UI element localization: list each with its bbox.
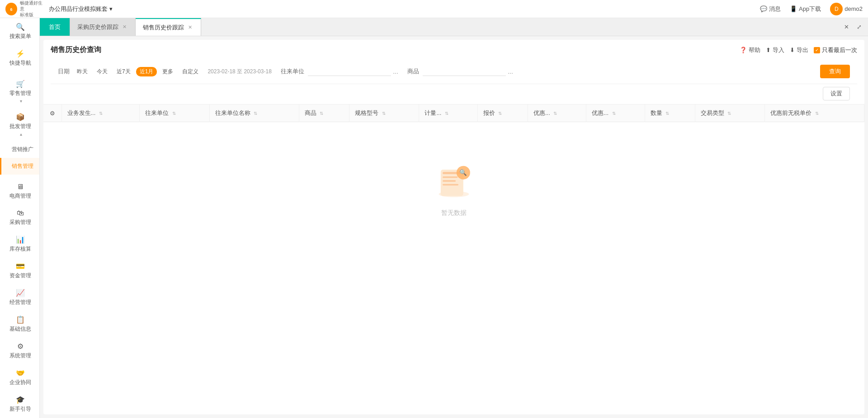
query-button[interactable]: 查询 [820,65,850,78]
date-btn-yesterday[interactable]: 昨天 [73,67,91,76]
page-actions: ❓ 帮助 ⬆ 导入 ⬇ 导出 ✓ 只看最后一次 [740,46,857,54]
table-col-partner-code[interactable]: 往来单位 ⇅ [140,104,210,122]
sort-arrows-partner-code: ⇅ [172,111,176,116]
partner-filter-group: 往来单位 ... [281,67,398,76]
date-btn-more[interactable]: 更多 [159,67,177,76]
table-col-biz-date[interactable]: 业务发生... ⇅ [61,104,140,122]
sort-arrows-quantity: ⇅ [665,111,669,116]
partner-input[interactable] [308,67,391,76]
table-col-discount2[interactable]: 优惠... ⇅ [586,104,645,122]
sidebar-item-purchase-mgmt[interactable]: 🛍 采购管理 [0,204,39,231]
product-ellipsis-btn[interactable]: ... [508,68,513,75]
table-col-unit[interactable]: 计量... ⇅ [419,104,477,122]
tab-sales-history-close[interactable]: ✕ [187,24,193,31]
sidebar-item-enterprise-collab[interactable]: 🤝 企业协同 [0,364,39,391]
sort-arrows-product: ⇅ [320,111,323,116]
date-btn-custom[interactable]: 自定义 [179,67,202,76]
export-btn[interactable]: ⬇ 导出 [790,46,808,54]
org-selector[interactable]: 办公用品行业模拟账套 ▾ [45,3,116,15]
gear-icon: ⚙ [17,342,24,351]
close-tab-btn[interactable]: ✕ [841,22,852,33]
partner-ellipsis-btn[interactable]: ... [393,68,398,75]
table-settings-icon[interactable]: ⚙ [50,110,55,117]
chevron-down-icon: ▾ [109,5,113,12]
import-icon: ⬆ [766,47,771,53]
sort-arrows-biz-date: ⇅ [99,111,103,116]
table-col-price[interactable]: 报价 ⇅ [477,104,528,122]
table-col-trade-type[interactable]: 交易类型 ⇅ [695,104,765,122]
trending-icon: 📈 [16,289,25,297]
table-col-product[interactable]: 商品 ⇅ [299,104,349,122]
sidebar-item-finance-mgmt[interactable]: 💳 资金管理 [0,257,39,284]
sort-arrows-pretax-price: ⇅ [815,111,819,116]
tab-home[interactable]: 首页 [40,18,70,36]
logo-text: 畅捷通好生意 标准版 [20,0,45,18]
sidebar-item-inventory[interactable]: 📊 库存核算 [0,231,39,257]
sidebar-item-quick-nav[interactable]: ⚡ 快捷导航 [0,45,39,71]
tab-sales-history[interactable]: 销售历史价跟踪 ✕ [136,18,201,36]
sidebar-item-new-guide[interactable]: 🎓 新手引导 [0,391,39,418]
sidebar-item-sales-mgmt[interactable]: 销售管理 [0,158,39,175]
handshake-icon: 🤝 [16,369,25,377]
tab-purchase-history[interactable]: 采购历史价跟踪 ✕ [70,18,136,36]
table-col-partner-name[interactable]: 往来单位名称 ⇅ [209,104,299,122]
page-content: 销售历史价查询 ❓ 帮助 ⬆ 导入 ⬇ 导出 [43,40,864,414]
date-btn-last7[interactable]: 近7天 [113,67,134,76]
checkbox-icon: ✓ [814,47,820,53]
date-filter-group: 日期 昨天 今天 近7天 近1月 更多 自定义 2023-02-18 至 202… [58,67,272,76]
bag-icon: 🛍 [17,209,24,217]
svg-rect-5 [443,176,458,178]
sidebar-item-marketing[interactable]: 营销推广 [0,141,39,158]
date-range-display: 2023-02-18 至 2023-03-18 [208,68,271,76]
help-btn[interactable]: ❓ 帮助 [740,46,760,54]
sidebar-item-retail-mgmt[interactable]: 🛒 零售管理 ▾ [0,75,39,108]
empty-illustration: 🔍 [431,158,476,204]
top-header: 6 畅捷通好生意 标准版 办公用品行业模拟账套 ▾ 💬 消息 📱 App下载 D… [0,0,868,18]
logo-icon: 6 [5,3,17,15]
import-btn[interactable]: ⬆ 导入 [766,46,784,54]
arrow-down-icon: ▾ [20,99,22,104]
sidebar-item-search-menu[interactable]: 🔍 搜索菜单 [0,18,39,45]
logo-area: 6 畅捷通好生意 标准版 [5,0,45,18]
box-icon: 📦 [16,113,25,121]
table-col-pretax-price[interactable]: 优惠前无税单价 ⇅ [765,104,864,122]
question-icon: ❓ [740,47,747,53]
table-col-spec[interactable]: 规格型号 ⇅ [349,104,419,122]
graduation-icon: 🎓 [16,395,25,404]
table-col-settings[interactable]: ⚙ [43,104,61,122]
export-icon: ⬇ [790,47,795,53]
table-col-quantity[interactable]: 数量 ⇅ [645,104,695,122]
user-menu[interactable]: D demo2 [830,3,863,15]
search-icon: 🔍 [16,23,25,31]
header-right: 💬 消息 📱 App下载 D demo2 [760,3,863,15]
sidebar-item-basic-info[interactable]: 📋 基础信息 [0,311,39,337]
sort-arrows-unit: ⇅ [445,111,448,116]
data-table: ⚙ 业务发生... ⇅ 往来单位 ⇅ 往来单位名称 [43,104,864,122]
sidebar-item-ecommerce-mgmt[interactable]: 🖥 电商管理 [0,178,39,204]
message-btn[interactable]: 💬 消息 [760,5,781,13]
product-input-wrap: ... [423,67,513,76]
sort-arrows-spec: ⇅ [382,111,386,116]
page-header: 销售历史价查询 ❓ 帮助 ⬆ 导入 ⬇ 导出 [43,40,864,104]
settings-button[interactable]: 设置 [823,87,850,100]
only-last-checkbox[interactable]: ✓ 只看最后一次 [814,46,857,54]
message-icon: 💬 [760,5,767,12]
tab-purchase-history-close[interactable]: ✕ [121,24,128,30]
table-col-discount1[interactable]: 优惠... ⇅ [528,104,586,122]
empty-text: 暂无数据 [441,209,467,217]
table-container: ⚙ 业务发生... ⇅ 往来单位 ⇅ 往来单位名称 [43,104,864,253]
sidebar-item-wholesale-mgmt[interactable]: 📦 批发管理 ▴ [0,108,39,141]
list-icon: 📋 [16,315,25,324]
svg-rect-7 [443,184,458,185]
date-btn-today[interactable]: 今天 [93,67,111,76]
maximize-btn[interactable]: ⤢ [854,22,864,33]
app-download-btn[interactable]: 📱 App下载 [790,5,821,13]
sidebar-item-operations-mgmt[interactable]: 📈 经营管理 [0,284,39,311]
sort-arrows-discount1: ⇅ [553,111,557,116]
sidebar-item-system-mgmt[interactable]: ⚙ 系统管理 [0,337,39,364]
partner-input-wrap: ... [308,67,398,76]
date-btn-1month[interactable]: 近1月 [136,67,157,76]
sort-arrows-partner-name: ⇅ [254,111,257,116]
card-icon: 💳 [16,262,25,271]
product-input[interactable] [423,67,506,76]
